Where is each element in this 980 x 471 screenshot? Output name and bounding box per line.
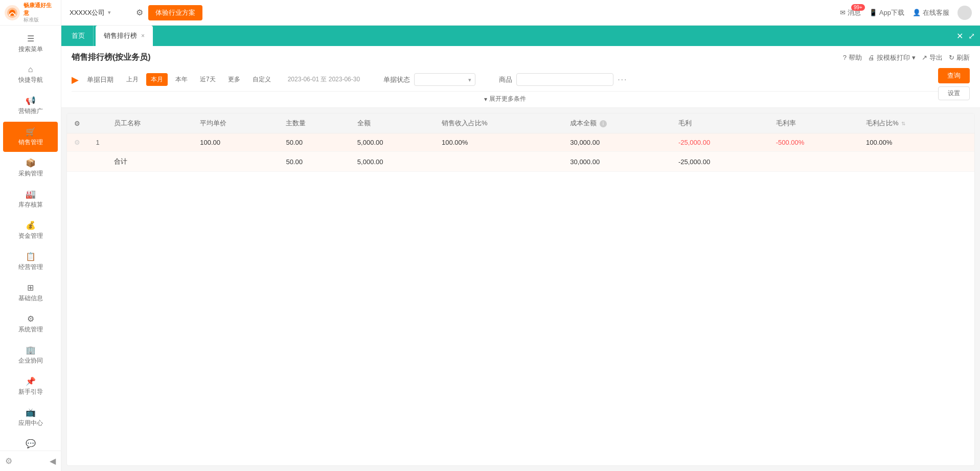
date-filter-label: 单据日期 bbox=[87, 75, 113, 84]
tab-close-icon[interactable]: × bbox=[141, 32, 145, 39]
sidebar-item-quick[interactable]: ⌂ 快捷导航 bbox=[3, 60, 58, 89]
system-icon: ⚙ bbox=[27, 314, 34, 324]
sidebar-item-wechat[interactable]: 💬 企业微信 bbox=[3, 434, 58, 451]
header-right: ✉ 消息 99+ 📱 App下载 👤 在线客服 bbox=[840, 6, 972, 20]
online-service-button[interactable]: 👤 在线客服 bbox=[913, 8, 949, 17]
date-btn-this-month[interactable]: 本月 bbox=[146, 73, 168, 86]
more-filter-icon[interactable]: ··· bbox=[618, 75, 627, 84]
date-btn-custom[interactable]: 自定义 bbox=[248, 73, 276, 86]
cell-amount: 5,000.00 bbox=[351, 133, 436, 152]
page-title: 销售排行榜(按业务员) bbox=[72, 52, 151, 63]
app-download-label: App下载 bbox=[879, 8, 904, 17]
sidebar-item-label: 系统管理 bbox=[18, 325, 43, 334]
sidebar-item-guide[interactable]: 📌 新手引导 bbox=[3, 371, 58, 401]
gross-pct-sort-icon[interactable]: ⇅ bbox=[901, 121, 905, 126]
guide-icon: 📌 bbox=[26, 376, 36, 386]
export-button[interactable]: ↗ 导出 bbox=[922, 53, 943, 62]
sidebar-item-label: 经营管理 bbox=[18, 263, 43, 272]
sidebar-item-finance[interactable]: 💰 资金管理 bbox=[3, 215, 58, 245]
expand-more-btn[interactable]: ▾ 展开更多条件 bbox=[484, 95, 526, 103]
tab-bar-right: ✕ ⤢ bbox=[956, 31, 980, 41]
date-filter-group: 上月 本月 本年 近7天 更多 自定义 bbox=[122, 73, 276, 86]
sidebar-item-operation[interactable]: 📋 经营管理 bbox=[3, 246, 58, 277]
sidebar-item-search[interactable]: ☰ 搜索菜单 bbox=[3, 29, 58, 59]
tab-close-all-icon[interactable]: ✕ bbox=[956, 31, 963, 41]
basic-icon: ⊞ bbox=[27, 283, 34, 293]
refresh-label: 刷新 bbox=[956, 53, 970, 62]
footer-gross-pct bbox=[860, 152, 974, 172]
sidebar-item-label: 基础信息 bbox=[18, 294, 43, 303]
help-icon: ? bbox=[843, 54, 847, 61]
sidebar-item-apps[interactable]: 📺 应用中心 bbox=[3, 402, 58, 433]
logo-icon bbox=[4, 5, 20, 21]
sidebar-item-sales[interactable]: 🛒 销售管理 bbox=[3, 122, 58, 152]
help-button[interactable]: ? 帮助 bbox=[843, 53, 862, 62]
date-btn-this-year[interactable]: 本年 bbox=[171, 73, 192, 86]
tab-restore-icon[interactable]: ⤢ bbox=[968, 31, 975, 41]
cost-info-icon[interactable]: i bbox=[600, 120, 607, 127]
cell-rank: 1 bbox=[87, 133, 108, 152]
print-label: 按模板打印 bbox=[877, 53, 910, 62]
message-icon: ✉ bbox=[840, 9, 846, 16]
footer-gross-rate bbox=[770, 152, 860, 172]
finance-icon: 💰 bbox=[26, 220, 36, 230]
cell-gross-pct: 100.00% bbox=[860, 133, 974, 152]
sidebar-item-label: 营销推广 bbox=[18, 107, 43, 116]
print-button[interactable]: 🖨 按模板打印 ▾ bbox=[868, 53, 916, 62]
footer-label: 合计 bbox=[108, 152, 194, 172]
cell-gross: -25,000.00 bbox=[672, 133, 770, 152]
query-button[interactable]: 查询 bbox=[938, 68, 970, 83]
col-rank bbox=[87, 114, 108, 133]
sidebar: 畅康通好生意 标准版 ☰ 搜索菜单 ⌂ 快捷导航 📢 营销推广 🛒 销售管理 📦… bbox=[0, 0, 61, 471]
date-btn-more[interactable]: 更多 bbox=[223, 73, 245, 86]
print-icon: 🖨 bbox=[868, 54, 875, 61]
top-header: XXXXX公司 ▾ ⚙ 体验行业方案 ✉ 消息 99+ 📱 App下载 👤 在线… bbox=[61, 0, 980, 26]
col-cost: 成本全额 i bbox=[564, 114, 672, 133]
sidebar-item-label: 采购管理 bbox=[18, 169, 43, 178]
sidebar-item-marketing[interactable]: 📢 营销推广 bbox=[3, 91, 58, 121]
goods-input[interactable] bbox=[516, 73, 613, 86]
date-btn-last-month[interactable]: 上月 bbox=[122, 73, 143, 86]
trial-button[interactable]: 体验行业方案 bbox=[148, 5, 202, 20]
refresh-button[interactable]: ↻ 刷新 bbox=[949, 53, 970, 62]
date-btn-7days[interactable]: 近7天 bbox=[195, 73, 220, 86]
tab-sales-ranking[interactable]: 销售排行榜 × bbox=[96, 26, 153, 46]
apps-icon: 📺 bbox=[26, 408, 36, 417]
footer-sales-pct bbox=[436, 152, 564, 172]
sidebar-item-label: 库存核算 bbox=[18, 200, 43, 209]
col-gross: 毛利 bbox=[672, 114, 770, 133]
sidebar-item-label: 销售管理 bbox=[18, 138, 43, 147]
date-range-display: 2023-06-01 至 2023-06-30 bbox=[288, 76, 360, 83]
avatar[interactable] bbox=[958, 6, 972, 20]
company-select[interactable]: XXXXX公司 ▾ bbox=[70, 8, 131, 17]
status-select[interactable] bbox=[414, 73, 475, 86]
cell-name bbox=[108, 133, 194, 152]
sidebar-item-label: 资金管理 bbox=[18, 232, 43, 240]
wechat-icon: 💬 bbox=[26, 439, 36, 448]
cell-qty: 50.00 bbox=[280, 133, 351, 152]
page-header: 销售排行榜(按业务员) ? 帮助 🖨 按模板打印 ▾ ↗ 导出 bbox=[61, 46, 980, 108]
sidebar-item-enterprise[interactable]: 🏢 企业协同 bbox=[3, 340, 58, 370]
expand-chevron-icon: ▾ bbox=[484, 96, 487, 103]
messages-button[interactable]: ✉ 消息 99+ bbox=[840, 8, 861, 17]
filter-toggle-icon[interactable]: ▶ bbox=[72, 74, 79, 85]
footer-rank bbox=[87, 152, 108, 172]
company-settings-icon[interactable]: ⚙ bbox=[136, 8, 143, 17]
table-settings-button[interactable]: 设置 bbox=[938, 86, 970, 100]
col-name: 员工名称 bbox=[108, 114, 194, 133]
goods-label: 商品 bbox=[499, 75, 512, 84]
app-download-button[interactable]: 📱 App下载 bbox=[869, 8, 904, 17]
col-amount: 全额 bbox=[351, 114, 436, 133]
tab-active-label: 销售排行榜 bbox=[104, 31, 137, 40]
tab-home[interactable]: 首页 bbox=[63, 26, 94, 46]
sidebar-item-system[interactable]: ⚙ 系统管理 bbox=[3, 309, 58, 339]
sidebar-item-inventory[interactable]: 🏭 库存核算 bbox=[3, 184, 58, 214]
cell-settings: ⚙ bbox=[67, 133, 87, 152]
collapse-icon[interactable]: ◀ bbox=[50, 456, 56, 466]
sidebar-item-purchase[interactable]: 📦 采购管理 bbox=[3, 153, 58, 183]
settings-bottom-icon[interactable]: ⚙ bbox=[5, 456, 12, 466]
footer-gross: -25,000.00 bbox=[672, 152, 770, 172]
sidebar-item-label: 新手引导 bbox=[18, 388, 43, 396]
sidebar-item-basic[interactable]: ⊞ 基础信息 bbox=[3, 278, 58, 308]
help-label: 帮助 bbox=[849, 53, 862, 62]
